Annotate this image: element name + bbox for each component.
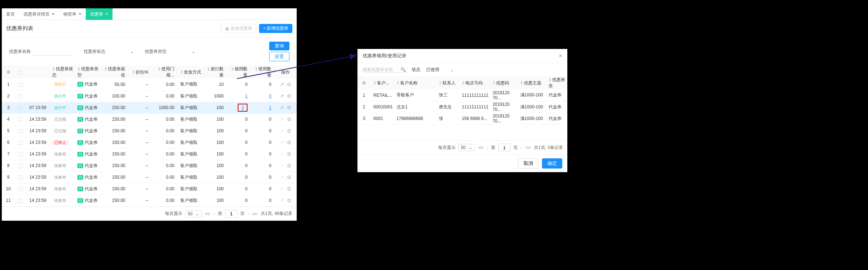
col-type[interactable]: ▲▼优惠券类型 (75, 66, 101, 79)
row-checkbox[interactable] (15, 183, 26, 195)
table-row[interactable]: 9 14 23:59 待发布 代代金券 150.00 -- 0.00 客户领取 … (2, 171, 297, 183)
last-page-icon[interactable]: ⋙ (525, 145, 531, 150)
search-box[interactable]: 🔍 (363, 67, 406, 72)
qrcode-icon[interactable]: ⊡ (287, 140, 291, 145)
row-checkbox[interactable] (15, 137, 26, 148)
table-row[interactable]: 7 14 23:59 待发布 代代金券 150.00 -- 0.00 客户领取 … (2, 148, 297, 160)
table-row[interactable]: 10 14 23:59 待发布 代代金券 150.00 -- 0.00 客户领取… (2, 183, 297, 195)
qrcode-icon[interactable]: ⊡ (287, 151, 291, 157)
col-discount[interactable]: ▲▼折扣% (128, 66, 151, 79)
receive-qty-highlight[interactable]: 3 (238, 104, 247, 112)
table-row[interactable]: 3 07 23:59 执行中 代代金券 200.00 -- 1000.00 客户… (2, 102, 297, 113)
table-row[interactable]: 1 RETAIL... 零散客户 张三 11111111111 2019120 … (357, 90, 567, 101)
share-icon[interactable]: ↗ (280, 140, 284, 145)
qrcode-icon[interactable]: ⊡ (287, 163, 291, 168)
table-row[interactable]: 4 14 23:59 已过期 代代金券 150.00 -- 0.00 客户领取 … (2, 113, 297, 125)
qrcode-icon[interactable]: ⊡ (287, 128, 291, 133)
col-contact[interactable]: ▲▼联系人 (436, 76, 459, 90)
search-input[interactable] (363, 67, 395, 72)
next-page-icon[interactable]: › (247, 211, 249, 216)
qrcode-icon[interactable]: ⊡ (287, 186, 291, 191)
share-icon[interactable]: ↗ (280, 128, 284, 133)
qrcode-icon[interactable]: ⊡ (287, 94, 291, 99)
per-page-select[interactable]: 50⌄ (185, 210, 202, 217)
search-button[interactable]: 查询 (269, 42, 289, 50)
col-phone[interactable]: ▲▼电话号码 (459, 76, 490, 90)
col-issue-qty[interactable]: ▲▼发行数量 (203, 66, 226, 79)
row-checkbox[interactable] (15, 79, 26, 90)
close-icon[interactable]: ✕ (52, 8, 55, 20)
last-page-icon[interactable]: ⋙ (252, 211, 258, 216)
close-icon[interactable]: ✕ (79, 8, 81, 20)
col-face[interactable]: ▲▼优惠券面值 (101, 66, 128, 79)
share-icon[interactable]: ↗ (280, 175, 284, 180)
status-select[interactable]: 已使用 ⌄ (426, 67, 454, 73)
ok-button[interactable]: 确定 (542, 158, 562, 169)
col-time[interactable] (26, 66, 49, 79)
first-page-icon[interactable]: ⋘ (204, 211, 211, 216)
table-row[interactable]: 5 14 23:59 已过期 代代金券 150.00 -- 0.00 客户领取 … (2, 125, 297, 137)
page-input[interactable] (225, 210, 237, 218)
filter-status-select[interactable]: ⌄ (107, 49, 134, 54)
col-code[interactable]: ▲▼优惠码 (490, 76, 517, 90)
row-checkbox[interactable] (15, 171, 26, 183)
row-checkbox[interactable] (15, 148, 26, 160)
row-checkbox[interactable] (15, 160, 26, 171)
use-qty-link[interactable]: 0 (269, 94, 271, 99)
row-checkbox[interactable] (15, 90, 26, 102)
add-coupon-button[interactable]: 新增优惠券 (259, 24, 292, 33)
tab-sales[interactable]: 销货单 ✕ (59, 8, 86, 20)
col-ctype[interactable]: ▲▼优惠券类 (546, 76, 567, 90)
search-icon[interactable]: 🔍 (401, 67, 406, 72)
table-row[interactable]: 6 14 23:59 已终止 代代金券 150.00 -- 0.00 客户领取 … (2, 137, 297, 148)
table-row[interactable]: 2 执行中 代代金券 100.00 -- 0.00 客户领取 1000 1 0 … (2, 90, 297, 102)
row-checkbox[interactable] (15, 125, 26, 137)
use-qty-link[interactable]: 1 (269, 105, 271, 110)
col-status[interactable]: ▲▼优惠券状态 (49, 66, 75, 79)
share-icon[interactable]: ↗ (280, 151, 284, 157)
row-checkbox[interactable] (15, 195, 26, 206)
gear-column[interactable]: ⚙ (2, 66, 15, 79)
receive-qty-link[interactable]: 1 (245, 94, 247, 99)
tab-home[interactable]: 首页 (2, 8, 19, 20)
share-icon[interactable]: ↗ (280, 186, 284, 191)
col-receive-qty[interactable]: ▲▼领用数量 (226, 66, 250, 79)
prev-page-icon[interactable]: ‹ (487, 145, 488, 150)
qrcode-icon[interactable]: ⊡ (287, 82, 291, 87)
qrcode-icon[interactable]: ⊡ (287, 105, 291, 110)
share-icon[interactable]: ↗ (280, 117, 284, 122)
share-icon[interactable]: ↗ (280, 105, 284, 110)
table-row[interactable]: 3 0001 17666666666 张 156 6666 6... 20191… (357, 113, 567, 124)
qrcode-icon[interactable]: ⊡ (287, 198, 291, 203)
settings-button[interactable]: 设置 (269, 52, 289, 61)
col-method[interactable]: ▲▼发放方式 (177, 66, 203, 79)
col-cust-name[interactable]: ▲▼客户名称 (394, 76, 436, 90)
row-checkbox[interactable] (15, 113, 26, 125)
next-page-icon[interactable]: › (521, 145, 522, 150)
first-page-icon[interactable]: ⋘ (478, 145, 484, 150)
share-icon[interactable]: ↗ (280, 198, 284, 203)
tab-coupon[interactable]: 优惠券 ✕ (86, 8, 113, 20)
share-icon[interactable]: ↗ (280, 163, 284, 168)
cancel-button[interactable]: 取消 (518, 158, 538, 169)
share-icon[interactable]: ↗ (280, 94, 284, 99)
filter-name-input[interactable] (33, 47, 73, 55)
table-row[interactable]: 8 14 23:59 待发布 代代金券 150.00 -- 0.00 客户领取 … (2, 160, 297, 171)
prev-page-icon[interactable]: ‹ (213, 211, 215, 216)
share-icon[interactable]: ↗ (280, 82, 284, 87)
row-checkbox[interactable] (15, 102, 26, 113)
qrcode-icon[interactable]: ⊡ (287, 117, 291, 122)
per-page-select[interactable]: 50⌄ (458, 144, 475, 151)
close-icon[interactable]: ✕ (105, 8, 108, 20)
filter-type-select[interactable]: ⌄ (169, 49, 195, 54)
checkbox-column[interactable] (15, 66, 26, 79)
page-input[interactable] (498, 144, 511, 151)
col-topic[interactable]: ▲▼优惠主题 (517, 76, 546, 90)
table-row[interactable]: 1 待执行 代代金券 50.00 -- 0.00 客户领取 10 0 0 ↗⊡ (2, 79, 297, 90)
table-row[interactable]: 2 00010001 北京1 唐先生 11111111111 2019120 7… (357, 101, 567, 113)
col-cust-no[interactable]: ▲▼客户... (371, 76, 394, 90)
qrcode-icon[interactable]: ⊡ (287, 175, 291, 180)
tab-detail[interactable]: 优惠券详情页 ✕ (19, 8, 59, 20)
close-icon[interactable]: ✕ (559, 53, 562, 58)
table-row[interactable]: 11 14 23:59 待发布 代代金券 150.00 -- 0.00 客户领取… (2, 195, 297, 206)
